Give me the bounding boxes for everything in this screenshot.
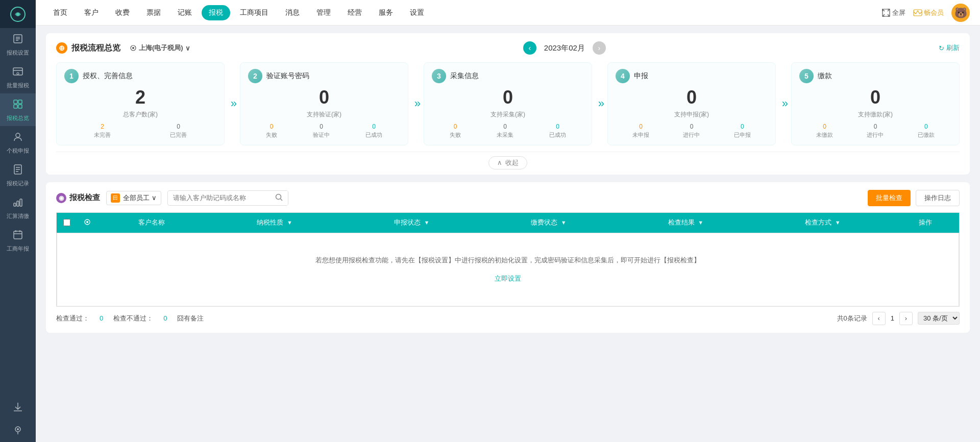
search-input[interactable] [168,191,270,204]
top-navigation: 首页 客户 收费 票据 记账 报税 工商项目 消息 管理 经营 服务 设置 [36,0,980,26]
step-sub-2: 支持验证(家) [248,110,400,119]
staff-select[interactable]: 田 全部员工 ∨ [106,191,161,205]
sidebar-item-reconcile[interactable]: 汇算清缴 [0,191,36,224]
nav-message[interactable]: 消息 [278,5,307,20]
topnav-right: 全屏 畅会员 🐻 [882,4,970,22]
nav-settings[interactable]: 设置 [403,5,431,20]
count-3-1: 0 未采集 [497,123,513,139]
sidebar-item-download[interactable] [0,396,36,419]
svg-point-1 [16,13,19,16]
filter-icon[interactable]: ▼ [835,219,841,226]
sidebar-item-annual-report[interactable]: 工商年报 [0,224,36,257]
check-fail-value[interactable]: 0 [163,314,167,322]
nav-invoice[interactable]: 票据 [139,5,168,20]
sidebar-item-tax-record[interactable]: 报税记录 [0,159,36,191]
filter-icon[interactable]: ▼ [698,219,703,226]
nav-home[interactable]: 首页 [46,5,75,20]
first-page-btn[interactable]: ‹ [872,312,886,325]
step-arrow-4: » [782,97,788,110]
nav-operate[interactable]: 经营 [340,5,369,20]
table-empty-message: 若您想使用报税检查功能，请先在【报税设置】中进行报税的初始化设置，完成密码验证和… [57,233,959,306]
sidebar-item-personal-tax[interactable]: 个税申报 [0,126,36,159]
fullscreen-label: 全屏 [892,8,905,17]
vip-btn[interactable]: 畅会员 [913,8,944,17]
count-5-1: 0 进行中 [867,123,884,139]
count-2-0: 0 失败 [266,123,277,139]
nav-biz[interactable]: 工商项目 [233,5,276,20]
svg-rect-6 [13,68,22,75]
date-navigation: ‹ 2023年02月 › [523,41,606,55]
location-tag[interactable]: 上海(电子税局) ∨ [130,43,190,53]
count-2-1: 0 验证中 [313,123,330,139]
count-2-2: 0 已成功 [365,123,382,139]
batch-check-btn[interactable]: 批量检查 [868,190,911,206]
check-pass-value[interactable]: 0 [100,314,103,322]
step-arrow-3: » [598,97,604,110]
process-step-4: » 4 申报 0 支持申报(家) 0 未申报 0 进行中 [607,62,776,145]
search-btn[interactable] [270,191,288,205]
step-bignum-3: 0 [432,87,584,108]
count-4-0: 0 未申报 [632,123,649,139]
nav-service[interactable]: 服务 [372,5,400,20]
content-area: ⊕ 报税流程总览 上海(电子税局) ∨ ‹ 2023年02月 › [36,26,980,442]
svg-rect-18 [14,203,16,206]
setup-link[interactable]: 立即设置 [495,275,521,282]
summary-title-icon: ⊕ [56,42,67,54]
sidebar-item-tax-overview[interactable]: 报税总览 [0,93,36,126]
svg-rect-19 [17,201,19,206]
step-sub-5: 支持缴款(家) [799,110,951,119]
step-bignum-2: 0 [248,87,400,108]
sidebar-item-label: 报税设置 [7,49,29,57]
svg-point-31 [132,47,134,49]
count-5-0: 0 未缴款 [816,123,833,139]
personal-tax-icon [12,131,23,145]
nav-customer[interactable]: 客户 [77,5,106,20]
sidebar-item-tax-settings[interactable]: 报税设置 [0,28,36,61]
table-col-declare: 申报状态 ▼ [343,212,480,233]
sidebar-item-label: 个税申报 [7,147,29,155]
table-header-checkbox [57,212,77,233]
prev-month-btn[interactable]: ‹ [523,41,536,55]
nav-tax[interactable]: 报税 [202,5,230,20]
nav-accounting[interactable]: 记账 [170,5,199,20]
filter-icon[interactable]: ▼ [287,219,292,226]
note-label: 囧有备注 [177,314,204,323]
refresh-btn[interactable]: ↻ 刷新 [939,43,960,53]
summary-title: ⊕ 报税流程总览 上海(电子税局) ∨ [56,42,190,54]
check-pass-label: 检查通过： [56,314,89,323]
step-bignum-4: 0 [616,87,768,108]
filter-icon[interactable]: ▼ [561,219,567,226]
process-step-5: 5 缴款 0 支持缴款(家) 0 未缴款 0 进行中 [791,62,960,145]
sidebar-item-batch-tax[interactable]: 批量报税 [0,61,36,93]
search-box [167,190,288,206]
operation-log-btn[interactable]: 操作日志 [916,190,960,206]
collapse-btn[interactable]: ∧ 收起 [488,156,527,169]
step-num-1: 1 [64,69,79,83]
step-num-2: 2 [248,69,262,83]
step-title-1: 授权、完善信息 [83,71,133,81]
fullscreen-btn[interactable]: 全屏 [882,8,905,17]
summary-card: ⊕ 报税流程总览 上海(电子税局) ∨ ‹ 2023年02月 › [46,33,970,175]
filter-icon[interactable]: ▼ [424,219,429,226]
user-avatar[interactable]: 🐻 [951,4,970,22]
collapse-row: ∧ 收起 [56,152,960,169]
app-logo [0,0,36,28]
location-icon [12,424,23,438]
sidebar-item-location[interactable] [0,419,36,442]
nav-items: 首页 客户 收费 票据 记账 报税 工商项目 消息 管理 经营 服务 设置 [46,5,882,20]
step-title-3: 采集信息 [450,71,479,81]
next-page-btn[interactable]: › [899,312,913,325]
table-col-name: 客户名称 [97,212,206,233]
svg-line-33 [281,199,283,201]
nav-fee[interactable]: 收费 [108,5,137,20]
process-step-3: » 3 采集信息 0 支持采集(家) 0 失败 0 未采 [424,62,592,145]
nav-manage[interactable]: 管理 [309,5,338,20]
next-month-btn[interactable]: › [593,41,606,55]
select-all-checkbox[interactable] [63,219,70,226]
count-4-1: 0 进行中 [683,123,700,139]
svg-rect-9 [14,100,17,104]
per-page-select[interactable]: 30 条/页 [918,312,960,325]
tax-record-icon [12,164,23,178]
step-sub-4: 支持申报(家) [616,110,768,119]
check-fail-label: 检查不通过： [113,314,153,323]
